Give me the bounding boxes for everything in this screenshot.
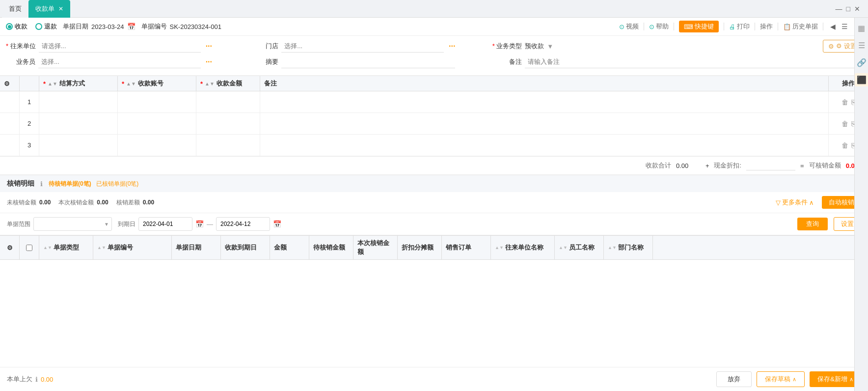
diff-label: 核销差额 — [116, 198, 140, 207]
th-amount: ▲▼ 收款金额 — [196, 76, 260, 91]
doctype-sort: ▲▼ — [43, 245, 52, 250]
store-input[interactable] — [281, 40, 444, 53]
row1-delete-icon[interactable]: 🗑 — [841, 98, 848, 106]
dth-check[interactable] — [20, 236, 39, 259]
divider-6 — [823, 23, 823, 30]
th-idx — [20, 76, 39, 91]
save-button[interactable]: 保存&新增 ∧ — [810, 371, 861, 387]
row3-jiesuan[interactable] — [39, 135, 118, 156]
radio-receipt[interactable]: 收款 — [6, 22, 27, 31]
row1-account[interactable] — [118, 91, 196, 112]
due-label: 到期日 — [118, 220, 136, 228]
row3-idx: 3 — [20, 135, 39, 156]
row3-account[interactable] — [118, 135, 196, 156]
th-account: ▲▼ 收款账号 — [118, 76, 196, 91]
view-prev[interactable]: ◀ — [828, 22, 838, 31]
note-input[interactable] — [525, 56, 862, 68]
tab-done[interactable]: 已核销单据(0笔) — [96, 180, 139, 188]
minimize-button[interactable]: — — [836, 5, 842, 13]
due-date-from[interactable] — [138, 217, 192, 231]
note-label: 备注 — [492, 57, 522, 66]
dth-money: 金额 — [270, 236, 309, 259]
abandon-button[interactable]: 放弃 — [716, 371, 752, 387]
row1-idx: 1 — [20, 91, 39, 112]
check-all[interactable] — [26, 245, 32, 251]
sidebar-table-icon[interactable]: ▦ — [856, 22, 867, 35]
range-select-wrap: ▼ — [33, 217, 112, 231]
row1-remark[interactable] — [260, 91, 829, 112]
dth-docno: ▲▼ 单据编号 — [93, 236, 172, 259]
row3-remark[interactable] — [260, 135, 829, 156]
uncancelled-label: 未核销金额 — [7, 198, 36, 207]
help-icon: ⊙ — [649, 23, 654, 30]
partner-input[interactable] — [39, 40, 201, 53]
window-controls: — □ ✕ — [830, 5, 866, 13]
discount-input[interactable] — [746, 161, 795, 170]
cal-to-icon[interactable]: 📅 — [273, 220, 281, 228]
sidebar-expand-icon[interactable]: ⬛ — [855, 73, 868, 86]
store-more-icon[interactable]: ··· — [449, 42, 455, 51]
diff-value: 0.00 — [143, 199, 154, 206]
staff-input[interactable] — [38, 56, 201, 68]
table-row: 1 🗑 ⎘ — [0, 91, 868, 113]
tab-receipt[interactable]: 收款单 ✕ — [28, 0, 70, 18]
tab-pending[interactable]: 待核销单据(0笔) — [49, 180, 91, 188]
more-conditions-btn[interactable]: ▽ 更多条件 ∧ — [776, 198, 814, 207]
row2-gear — [0, 113, 20, 134]
section-tabs: 待核销单据(0笔) 已核销单据(0笔) — [49, 180, 138, 188]
video-btn[interactable]: ⊙ 视频 — [619, 22, 639, 31]
discount-label: 现金折扣: — [714, 161, 741, 170]
abstract-input[interactable] — [281, 56, 455, 68]
cal-from-icon[interactable]: 📅 — [195, 220, 204, 228]
staff-more-icon[interactable]: ··· — [206, 57, 212, 66]
shortcut-btn[interactable]: ⌨ 快捷键 — [679, 21, 719, 32]
tab-home[interactable]: 首页 — [2, 0, 28, 18]
partner-more-icon[interactable]: ··· — [206, 42, 212, 51]
toolbar-top: 收款 退款 单据日期 2023-03-24 📅 单据编号 SK-20230324… — [0, 18, 868, 36]
sidebar-list-icon[interactable]: ☰ — [856, 39, 867, 52]
table-row: 2 🗑 ⎘ — [0, 113, 868, 135]
row1-jiesuan[interactable] — [39, 91, 118, 112]
partner-label: 往来单位 — [6, 42, 36, 51]
operate-btn[interactable]: 操作 — [760, 22, 773, 31]
divider-3 — [724, 23, 724, 30]
print-btn[interactable]: 🖨 打印 — [729, 22, 750, 31]
jiesuan-sort: ▲▼ — [48, 81, 57, 86]
row2-account[interactable] — [118, 113, 196, 134]
dth-gear[interactable]: ⚙ — [0, 236, 20, 259]
row2-jiesuan[interactable] — [39, 113, 118, 134]
tab-receipt-close[interactable]: ✕ — [58, 5, 63, 12]
bottom-prefix: 本单上欠 — [7, 375, 32, 384]
history-icon: 📋 — [783, 23, 791, 30]
print-icon: 🖨 — [729, 23, 735, 30]
this-cancel-label: 本次核销金额 — [58, 198, 94, 207]
row3-amount[interactable] — [196, 135, 260, 156]
row3-delete-icon[interactable]: 🗑 — [841, 141, 848, 149]
help-btn[interactable]: ⊙ 帮助 — [649, 22, 669, 31]
divider-5 — [778, 23, 778, 30]
row2-remark[interactable] — [260, 113, 829, 134]
row2-delete-icon[interactable]: 🗑 — [841, 120, 848, 128]
close-button[interactable]: ✕ — [854, 5, 860, 13]
row2-amount[interactable] — [196, 113, 260, 134]
radio-group: 收款 退款 — [6, 22, 57, 31]
date-icon[interactable]: 📅 — [127, 23, 136, 30]
radio-refund[interactable]: 退款 — [35, 22, 57, 31]
biz-type-field: 业务类型 预收款 ▼ ⚙ ⚙ 设置 — [492, 40, 862, 53]
data-table-header: ⚙ ▲▼ 单据类型 ▲▼ 单据编号 单据日期 收款到期日 金额 待核销金额 本次… — [0, 235, 868, 260]
draft-label: 保存草稿 — [765, 375, 790, 384]
shortcut-icon: ⌨ — [684, 23, 693, 30]
view-list[interactable]: ☰ — [840, 22, 850, 31]
range-select[interactable] — [33, 217, 112, 231]
bottom-actions: 放弃 保存草稿 ∧ 保存&新增 ∧ — [716, 371, 861, 387]
sidebar-link-icon[interactable]: 🔗 — [855, 56, 868, 69]
draft-button[interactable]: 保存草稿 ∧ — [757, 371, 805, 387]
biz-type-arrow[interactable]: ▼ — [547, 43, 553, 50]
dth-pendamt: 待核销金额 — [309, 236, 353, 259]
query-button[interactable]: 查询 — [797, 218, 828, 230]
due-date-to[interactable] — [216, 217, 270, 231]
maximize-button[interactable]: □ — [846, 5, 850, 13]
row1-amount[interactable] — [196, 91, 260, 112]
history-btn[interactable]: 📋 历史单据 — [783, 22, 818, 31]
th-gear[interactable]: ⚙ — [0, 76, 20, 91]
